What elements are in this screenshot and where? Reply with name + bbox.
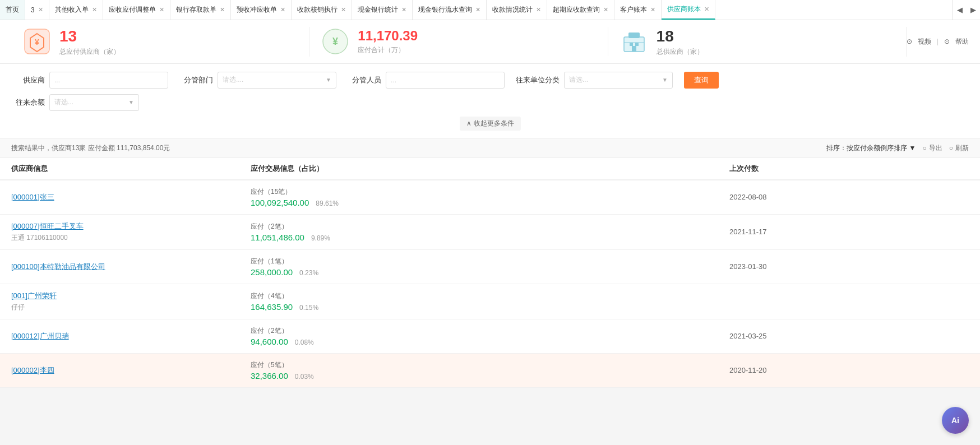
supplier-info-3: [001]广州荣轩 仔仔 <box>11 291 251 312</box>
nav-advance-close[interactable]: ✕ <box>280 6 285 13</box>
nav-bank-deposit[interactable]: 银行存取款单 ✕ <box>170 0 231 20</box>
summary-bar: ¥ 13 总应付供应商（家） ¥ 11,170.39 应付合计（万） <box>0 20 980 64</box>
table-row[interactable]: [000002]李四 应付（5笔） 32,366.00 0.03% 2020-1… <box>0 354 980 388</box>
tx-label-0: 应付（15笔） <box>251 187 729 197</box>
last-pay-5: 2020-11-20 <box>729 366 969 374</box>
last-pay-0: 2022-08-08 <box>729 193 969 201</box>
nav-bank-deposit-label: 银行存取款单 <box>176 5 216 15</box>
nav-home[interactable]: 首页 <box>0 0 25 20</box>
nav-next-arrow[interactable]: ▶ <box>967 0 980 20</box>
supplier-name-5[interactable]: [000002]李四 <box>11 365 251 376</box>
table-row[interactable]: [000007]恒旺二手叉车 王通 17106110000 应付（2笔） 11,… <box>0 215 980 250</box>
nav-overdue[interactable]: 超期应收款查询 ✕ <box>547 0 614 20</box>
tx-amount-row-5: 32,366.00 0.03% <box>251 370 729 381</box>
supplier-select[interactable]: ... <box>49 72 168 89</box>
tx-amount-row-4: 94,600.00 0.08% <box>251 336 729 346</box>
svg-text:¥: ¥ <box>332 36 338 47</box>
nav-cash-flow[interactable]: 现金银行流水查询 ✕ <box>413 0 487 20</box>
tx-label-2: 应付（1笔） <box>251 257 729 266</box>
tx-amount-2: 258,000.00 <box>251 267 293 277</box>
supplier-name-2[interactable]: [000100]本特勒油品有限公司 <box>11 262 251 272</box>
svg-text:¥: ¥ <box>35 38 39 47</box>
collapse-button[interactable]: ∧ 收起更多条件 <box>460 117 521 131</box>
sort-label: 排序：按应付余额倒序排序 <box>826 143 907 153</box>
category-field: 往来单位分类 请选... ▼ <box>516 72 673 89</box>
nav-prev-arrow[interactable]: ◀ <box>953 0 967 20</box>
nav-collection-stats-close[interactable]: ✕ <box>536 6 541 13</box>
supplier-name-4[interactable]: [000012]广州贝瑞 <box>11 331 251 341</box>
refresh-label: 刷新 <box>955 143 969 153</box>
search-button[interactable]: 查询 <box>684 72 719 89</box>
table-row[interactable]: [001]广州荣轩 仔仔 应付（4笔） 164,635.90 0.15% <box>0 284 980 319</box>
nav-home-label: 首页 <box>6 5 19 15</box>
tx-amount-0: 100,092,540.00 <box>251 198 309 207</box>
summary-card3-text: 18 总供应商（家） <box>657 27 704 57</box>
payable-suppliers-icon: ¥ <box>22 27 52 56</box>
category-select[interactable]: 请选... ▼ <box>564 72 673 89</box>
nav-supplier-ledger[interactable]: 供应商账本 ✕ <box>662 0 715 20</box>
tx-amount-5: 32,366.00 <box>251 371 288 381</box>
nav-advance[interactable]: 预收冲应收单 ✕ <box>231 0 292 20</box>
supplier-name-1[interactable]: [000007]恒旺二手叉车 <box>11 221 251 231</box>
dept-select[interactable]: 请选.... ▼ <box>218 72 336 89</box>
summary-right-actions: ⊙ 视频 | ⊙ 帮助 <box>907 37 969 47</box>
tx-amount-1: 11,051,486.00 <box>251 233 304 242</box>
tx-amount-row-2: 258,000.00 0.23% <box>251 266 729 277</box>
nav-collection-stats-label: 收款情况统计 <box>492 5 533 15</box>
nav-adjustment[interactable]: 应收应付调整单 ✕ <box>103 0 170 20</box>
supplier-info-4: [000012]广州贝瑞 <box>11 331 251 341</box>
export-button[interactable]: ○ 导出 <box>923 143 942 153</box>
video-link[interactable]: 视频 <box>918 37 931 47</box>
nav-customer-ledger[interactable]: 客户账本 ✕ <box>614 0 662 20</box>
supplier-name-3[interactable]: [001]广州荣轩 <box>11 291 251 301</box>
dept-field: 分管部门 请选.... ▼ <box>179 72 336 89</box>
nav-3[interactable]: 3 ✕ <box>25 0 49 20</box>
nav-collection-close[interactable]: ✕ <box>341 6 346 13</box>
last-pay-2: 2023-01-30 <box>729 262 969 271</box>
table-row[interactable]: [000012]广州贝瑞 应付（2笔） 94,600.00 0.08% 2021… <box>0 319 980 354</box>
nav-cash-flow-label: 现金银行流水查询 <box>418 5 472 15</box>
nav-other-income-label: 其他收入单 <box>55 5 89 15</box>
supplier-name-0[interactable]: [000001]张三 <box>11 192 251 202</box>
nav-3-label: 3 <box>31 6 35 14</box>
svg-rect-9 <box>632 46 636 52</box>
summary-card1-text: 13 总应付供应商（家） <box>59 27 120 57</box>
nav-cash-stats[interactable]: 现金银行统计 ✕ <box>352 0 413 20</box>
balance-select[interactable]: 请选... ▼ <box>49 94 139 111</box>
export-label: 导出 <box>929 143 942 153</box>
nav-customer-ledger-close[interactable]: ✕ <box>650 6 655 13</box>
nav-cash-stats-close[interactable]: ✕ <box>401 6 406 13</box>
nav-collection-stats[interactable]: 收款情况统计 ✕ <box>487 0 547 20</box>
tx-amount-3: 164,635.90 <box>251 302 293 312</box>
tx-percent-5: 0.03% <box>295 373 314 381</box>
tx-info-0: 应付（15笔） 100,092,540.00 89.61% <box>251 187 729 207</box>
refresh-button[interactable]: ○ 刷新 <box>949 143 969 153</box>
tx-amount-row-1: 11,051,486.00 9.89% <box>251 231 729 242</box>
help-link[interactable]: 帮助 <box>955 37 969 47</box>
nav-other-income[interactable]: 其他收入单 ✕ <box>49 0 103 20</box>
supplier-info-2: [000100]本特勒油品有限公司 <box>11 262 251 272</box>
nav-overdue-close[interactable]: ✕ <box>603 6 608 13</box>
nav-supplier-ledger-close[interactable]: ✕ <box>704 6 709 13</box>
table-row[interactable]: [000001]张三 应付（15笔） 100,092,540.00 89.61%… <box>0 180 980 215</box>
category-dropdown-arrow: ▼ <box>662 77 668 83</box>
summary-card-payable-suppliers: ¥ 13 总应付供应商（家） <box>11 27 309 57</box>
table-row[interactable]: [000100]本特勒油品有限公司 应付（1笔） 258,000.00 0.23… <box>0 250 980 284</box>
person-label: 分管人员 <box>348 75 381 85</box>
total-payable-label: 应付合计（万） <box>358 45 418 55</box>
table-container: 供应商信息 应付交易信息（占比） 上次付数 [000001]张三 应付（15笔）… <box>0 158 980 388</box>
person-select[interactable]: ... <box>386 72 505 89</box>
sort-select[interactable]: 排序：按应付余额倒序排序 ▼ <box>826 143 916 153</box>
nav-3-close[interactable]: ✕ <box>38 6 43 13</box>
nav-adjustment-close[interactable]: ✕ <box>159 6 164 13</box>
nav-bank-deposit-close[interactable]: ✕ <box>220 6 225 13</box>
nav-collection[interactable]: 收款核销执行 ✕ <box>292 0 352 20</box>
collapse-label: 收起更多条件 <box>474 119 514 128</box>
search-row-1: 供应商 ... 分管部门 请选.... ▼ 分管人员 ... 往来单位分类 请选… <box>11 72 969 89</box>
nav-other-income-close[interactable]: ✕ <box>92 6 97 13</box>
nav-cash-flow-close[interactable]: ✕ <box>475 6 480 13</box>
nav-customer-ledger-label: 客户账本 <box>620 5 647 15</box>
tx-info-5: 应付（5笔） 32,366.00 0.03% <box>251 360 729 381</box>
balance-dropdown-arrow: ▼ <box>128 99 134 105</box>
table-header: 供应商信息 应付交易信息（占比） 上次付数 <box>0 158 980 180</box>
